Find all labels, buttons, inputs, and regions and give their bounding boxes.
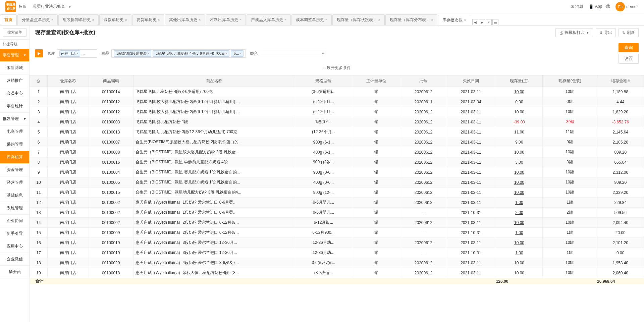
sidebar-item-guide[interactable]: 新手引导 <box>0 227 29 240</box>
goods-tag-container[interactable]: 飞鹤奶粉3段两提装 × 飞鹤星飞帆 儿童奶粉 4段(3-6岁适用) 700克 ×… <box>111 49 246 58</box>
color-tag-container[interactable]: ▼ <box>260 51 327 56</box>
col-settings[interactable]: ⚙ <box>30 75 48 87</box>
row-amount: -3,652.76 <box>597 117 644 127</box>
goods-tag3: 飞... × <box>231 50 244 57</box>
color-filter-group: 颜色 ▼ <box>250 51 327 56</box>
sidebar-item-inventory[interactable]: 库存核算 <box>0 151 29 164</box>
tab-home[interactable]: 首页 <box>0 14 17 25</box>
row-qty-main[interactable]: 10.00 <box>496 147 543 157</box>
sidebar-item-wechat[interactable]: 企业微信 <box>0 253 29 266</box>
sidebar-item-operations[interactable]: 经营管理 <box>0 176 29 189</box>
tab-more-btn[interactable]: ▬ <box>492 19 498 25</box>
quick-nav-item[interactable]: 快捷导航 <box>0 40 29 49</box>
row-amount: 2,339.20 <box>597 187 644 198</box>
account-dropdown[interactable]: 母婴行业演示账套 <box>33 4 65 9</box>
row-qty-main[interactable]: 10.00 <box>496 177 543 187</box>
tab-close-icon[interactable]: × <box>158 18 160 22</box>
sidebar-item-collab[interactable]: 企业协同 <box>0 215 29 227</box>
tab-chengtiao[interactable]: 成本调整单历史× <box>291 14 332 25</box>
tab-close-icon[interactable]: × <box>325 18 327 22</box>
row-batch: 20200612 <box>401 127 446 137</box>
expand-conditions-btn[interactable]: ⊞ 展开更多条件 <box>323 65 351 71</box>
tab-zuche[interactable]: 组装拆卸单历史× <box>58 14 99 25</box>
sidebar-item-purchase[interactable]: 采购管理 <box>0 138 29 151</box>
tag-close-icon[interactable]: × <box>76 52 78 55</box>
tab-close-icon[interactable]: × <box>125 18 127 22</box>
filter-expand-toggle[interactable]: ▶ <box>35 49 43 57</box>
row-qty-main[interactable]: 1.00 <box>496 198 543 208</box>
search-menu-btn[interactable]: 搜索菜单 <box>3 28 26 37</box>
tab-close-icon[interactable]: × <box>51 18 53 22</box>
row-qty-main[interactable]: 10.00 <box>496 87 543 97</box>
sidebar-item-ecommerce[interactable]: 电商管理 <box>0 125 29 138</box>
tag-close-icon[interactable]: × <box>240 52 242 55</box>
sidebar-item-retail-shop[interactable]: 零售商城 <box>0 62 29 74</box>
row-qty-main[interactable]: 10.00 <box>496 107 543 117</box>
tab-next-btn[interactable]: ▶ <box>479 19 485 25</box>
tab-xiancunfen[interactable]: 现存量（库存分布表）× <box>385 14 438 25</box>
sidebar-item-wholesale[interactable]: 批发管理 ▼ <box>0 113 29 125</box>
row-expire: 2021-10-31 <box>446 208 496 218</box>
tab-chanchenru[interactable]: 产成品入库单历史× <box>247 14 291 25</box>
tab-cailiaochu[interactable]: 材料出库单历史× <box>206 14 246 25</box>
setting-btn[interactable]: 设置 <box>619 54 639 64</box>
tab-close-icon[interactable]: × <box>239 18 241 22</box>
tab-xiancunzhuang[interactable]: 现存量（库存状况表）× <box>332 14 385 25</box>
tab-close-icon[interactable]: × <box>199 18 201 22</box>
warehouse-tag-container[interactable]: 南岸门店 × ... <box>57 49 97 58</box>
row-qty-main[interactable]: 11.00 <box>496 127 543 137</box>
query-btn[interactable]: 查询 <box>619 43 639 52</box>
sidebar-item-member[interactable]: 会员中心 <box>0 87 29 100</box>
row-qty-main[interactable]: 1.00 <box>496 228 543 238</box>
tab-fenbpan[interactable]: 分量盘点单历史× <box>17 14 58 25</box>
tab-yaoh[interactable]: 要货单历史× <box>132 14 164 25</box>
sidebar-item-apps[interactable]: 应用中心 <box>0 240 29 253</box>
user-area[interactable]: Ea demo2 <box>615 2 639 11</box>
row-qty-main[interactable]: 10.00 <box>496 238 543 248</box>
tab-close-icon[interactable]: × <box>464 18 466 22</box>
row-qty-main[interactable]: 10.00 <box>496 258 543 268</box>
tab-close-icon[interactable]: × <box>92 18 94 22</box>
tab-prev-btn[interactable]: ◀ <box>472 19 478 25</box>
row-qty-main[interactable]: 3.00 <box>496 157 543 167</box>
sidebar-item-basics[interactable]: 基础信息 <box>0 189 29 202</box>
row-qty-main[interactable]: 10.00 <box>496 218 543 228</box>
row-amount: 1,829.20 <box>597 107 644 117</box>
row-qty-main[interactable]: 9.00 <box>496 137 543 147</box>
tab-kucunpici[interactable]: 库存批次账× <box>438 15 470 25</box>
refresh-btn[interactable]: ↻ 刷新 <box>619 28 639 37</box>
tag-close-icon[interactable]: × <box>148 52 150 55</box>
row-warehouse: 南岸门店 <box>47 238 89 248</box>
tab-close-icon[interactable]: × <box>378 18 380 22</box>
sidebar-item-system[interactable]: 系统管理 <box>0 202 29 215</box>
row-qty-main[interactable]: 2.00 <box>496 208 543 218</box>
table-row: 18 南岸门店 00100020 惠氏启赋（Wyeth illuma）4段奶粉 … <box>30 258 644 268</box>
tab-close-icon[interactable]: × <box>284 18 286 22</box>
sidebar-item-retail-stats[interactable]: 零售统计 <box>0 100 29 113</box>
warehouse-more[interactable]: ... <box>82 51 85 56</box>
row-name: 惠氏启赋（Wyeth illuma）2段奶粉 爱尔兰进口 6-12月饭... <box>133 228 295 238</box>
row-name: 惠氏启赋（Wyeth illuma）2段奶粉 爱尔兰进口 6-12月饭... <box>133 218 295 228</box>
row-amount: 2,094.40 <box>597 218 644 228</box>
tag-close-icon[interactable]: × <box>226 52 228 55</box>
sidebar-item-retail-mgmt[interactable]: 零售管理 ▼ <box>0 49 29 62</box>
sidebar-item-finance[interactable]: 资金管理 <box>0 164 29 176</box>
tab-diaob[interactable]: 调拨单历史× <box>99 14 131 25</box>
template-print-btn[interactable]: 🖨 按模板打印 ▼ <box>555 28 593 37</box>
tab-close-all-btn[interactable]: × <box>486 19 492 25</box>
tab-close-icon[interactable]: × <box>431 18 433 22</box>
row-code: 00100004 <box>89 167 133 177</box>
row-no: 17 <box>30 248 48 258</box>
tab-qitachu[interactable]: 其他出库单历史× <box>165 14 205 25</box>
sidebar-item-member2[interactable]: 畅会员 <box>0 266 29 278</box>
row-qty-main[interactable]: 10.00 <box>496 268 543 278</box>
row-qty-main[interactable]: 1.00 <box>496 248 543 258</box>
row-qty-main[interactable]: 10.00 <box>496 187 543 198</box>
export-btn[interactable]: ⬇ 导出 <box>596 28 616 37</box>
app-download-btn[interactable]: 📱 App下载 <box>589 4 610 9</box>
row-qty-main[interactable]: 0.00 <box>496 97 543 107</box>
sidebar-item-marketing[interactable]: 营销推广 <box>0 74 29 87</box>
row-qty-main[interactable]: 10.00 <box>496 167 543 177</box>
row-qty-main[interactable]: -39.00 <box>496 117 543 127</box>
messages-btn[interactable]: ✉ 消息 <box>571 4 583 9</box>
